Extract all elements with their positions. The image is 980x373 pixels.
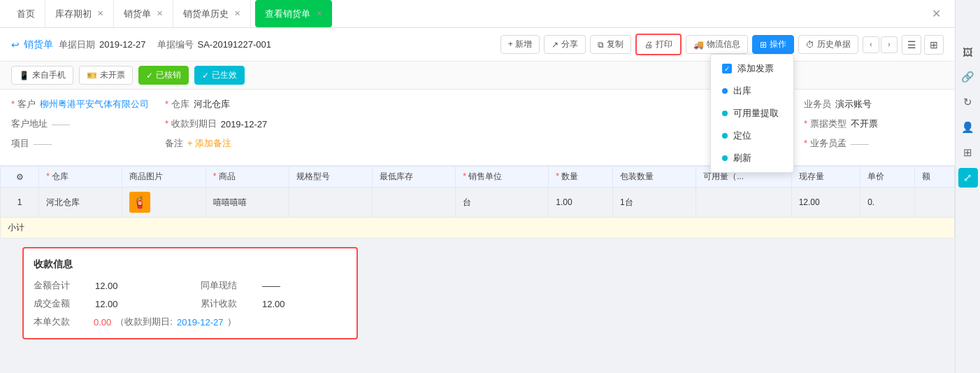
address-field: 客户地址 ——: [11, 118, 151, 130]
staff-field: 业务员 演示账号: [804, 98, 944, 111]
logistics-button[interactable]: 🚚 物流信息: [686, 35, 748, 54]
add-note-button[interactable]: + 添加备注: [187, 137, 231, 150]
tab-sales-history[interactable]: 销货单历史 ✕: [173, 0, 251, 27]
view-icons: ☰ ⊞: [902, 35, 944, 55]
history-button[interactable]: ⏱ 历史单据: [798, 35, 858, 54]
warehouse-col-header: 仓库: [39, 167, 122, 188]
row-amount: [914, 188, 954, 218]
total-amount-value: 12.00: [95, 281, 118, 291]
toolbar-row: 📱 来自手机 🎫 未开票 ✓ 已核销 ✓ 已生效: [0, 62, 955, 90]
truck-icon: 🚚: [693, 40, 704, 50]
subtotal-label: 小计: [1, 218, 955, 239]
location-dot: [722, 133, 728, 139]
available-qty-dot: [722, 111, 728, 116]
refresh-dot: [722, 155, 728, 161]
copy-button[interactable]: ⧉ 复制: [590, 35, 631, 54]
stock-col-header: 现存量: [791, 167, 860, 188]
new-button[interactable]: + 新增: [500, 35, 540, 54]
min-stock-col-header: 最低库存: [373, 167, 456, 188]
close-all-tabs[interactable]: ✕: [925, 7, 948, 20]
due-date-value: 2019-12-27: [177, 317, 224, 328]
form-row-1: 客户 柳州粤港平安气体有限公司 仓库 河北仓库 业务员 演示账号: [11, 98, 944, 111]
quantity-col-header: 数量: [549, 167, 613, 188]
product-img-col-header: 商品图片: [122, 167, 206, 188]
sidebar-refresh-icon[interactable]: ↻: [958, 92, 978, 112]
row-product-img: 🧯: [122, 188, 206, 218]
row-unit-price: 0.: [860, 188, 915, 218]
sidebar-user-icon[interactable]: 👤: [958, 118, 978, 137]
sales-unit-col-header: 销售单位: [456, 167, 549, 188]
close-tab-view-sales[interactable]: ✕: [316, 9, 322, 18]
cumulative-receipt-label: 累计收款: [201, 297, 257, 310]
share-icon: ↗: [552, 40, 559, 50]
deal-amount-value: 12.00: [95, 299, 118, 309]
mobile-icon: 📱: [19, 71, 29, 80]
subtotal-row: 小计: [1, 218, 955, 239]
order-balance-label: 本单欠款: [34, 316, 89, 328]
cumulative-receipt-item: 累计收款 12.00: [201, 297, 347, 310]
form-row-2: 客户地址 —— 收款到期日 2019-12-27 票据类型 不开票: [11, 118, 944, 130]
sidebar-image-icon[interactable]: 🖼: [958, 42, 978, 62]
customer-field: 客户 柳州粤港平安气体有限公司: [11, 98, 151, 111]
spec-col-header: 规格型号: [289, 167, 372, 188]
row-min-stock: [373, 188, 456, 218]
sidebar-table-icon[interactable]: ⊞: [958, 143, 978, 162]
row-available: [696, 188, 792, 218]
tab-view-sales[interactable]: 查看销货单 ✕: [255, 0, 332, 27]
out-warehouse-dot: [722, 88, 728, 94]
not-opened-button[interactable]: 🎫 未开票: [79, 66, 133, 85]
total-amount-label: 金额合计: [34, 279, 89, 292]
dropdown-add-invoice[interactable]: ✓ 添加发票: [711, 57, 793, 80]
product-col-header: 商品: [206, 167, 289, 188]
project-value: ——: [34, 139, 52, 149]
print-button[interactable]: 🖨 打印: [637, 36, 679, 53]
tab-home[interactable]: 首页: [7, 0, 45, 27]
close-tab-sales-order[interactable]: ✕: [157, 9, 163, 18]
same-order-settlement-item: 同单现结 ——: [201, 279, 347, 292]
dropdown-available-qty[interactable]: 可用量提取: [711, 102, 793, 125]
warehouse-field: 仓库 河北仓库: [165, 98, 305, 111]
close-tab-sales-history[interactable]: ✕: [234, 9, 240, 18]
tab-sales-order[interactable]: 销货单 ✕: [114, 0, 173, 27]
table-header-row: ⚙ 仓库 商品图片 商品 规格型号 最低库存 销售单位 数量 包装数量 可用量（…: [1, 167, 955, 188]
due-date-label: （收款到期日:: [115, 316, 173, 328]
effective-button[interactable]: ✓ 已生效: [194, 66, 245, 85]
dropdown-refresh[interactable]: 刷新: [711, 147, 793, 169]
effective-icon: ✓: [202, 71, 209, 80]
operations-button[interactable]: ⊞ 操作: [752, 35, 794, 54]
prev-arrow[interactable]: ‹: [863, 36, 879, 53]
row-stock: 12.00: [791, 188, 860, 218]
share-button[interactable]: ↗ 分享: [544, 35, 586, 54]
staff-value: 演示账号: [835, 98, 872, 111]
project-field: 项目 ——: [11, 137, 151, 150]
summary-section: 收款信息 金额合计 12.00 同单现结 —— 成交金额 12.00 累计收款 …: [22, 247, 358, 339]
print-icon: 🖨: [644, 40, 653, 50]
sidebar-link-icon[interactable]: 🔗: [958, 67, 978, 87]
order-balance-value: 0.00: [94, 317, 111, 328]
customer-value[interactable]: 柳州粤港平安气体有限公司: [40, 98, 149, 111]
copy-icon: ⧉: [598, 40, 604, 50]
summary-grid: 金额合计 12.00 同单现结 —— 成交金额 12.00 累计收款 12.00…: [34, 279, 347, 328]
grid-view-icon[interactable]: ⊞: [924, 35, 944, 55]
close-tab-inventory[interactable]: ✕: [97, 9, 103, 18]
payment-due-value: 2019-12-27: [221, 119, 268, 129]
unit-price-col-header: 单价: [860, 167, 915, 188]
form-row-3: 项目 —— 备注 + 添加备注 业务员孟 ——: [11, 137, 944, 150]
nav-arrows: ‹ ›: [863, 36, 898, 53]
grid-icon: ⊞: [760, 40, 767, 50]
dropdown-location[interactable]: 定位: [711, 125, 793, 147]
tab-inventory-init[interactable]: 库存期初 ✕: [45, 0, 114, 27]
payment-due-field: 收款到期日 2019-12-27: [165, 118, 305, 130]
check-icon: ✓: [146, 71, 153, 80]
next-arrow[interactable]: ›: [881, 36, 898, 53]
sidebar-expand-icon[interactable]: ⤢: [958, 168, 978, 188]
confirmed-button[interactable]: ✓ 已核销: [138, 66, 189, 85]
row-quantity: 1.00: [549, 188, 613, 218]
settings-col-header[interactable]: ⚙: [1, 167, 39, 188]
row-package-qty: 1台: [612, 188, 696, 218]
from-mobile-button[interactable]: 📱 来自手机: [11, 66, 73, 85]
doc-header: ↩ 销货单 单据日期 2019-12-27 单据编号 SA-20191227-0…: [0, 28, 955, 62]
summary-title: 收款信息: [34, 258, 347, 271]
dropdown-out-warehouse[interactable]: 出库: [711, 80, 793, 102]
list-view-icon[interactable]: ☰: [902, 35, 921, 55]
